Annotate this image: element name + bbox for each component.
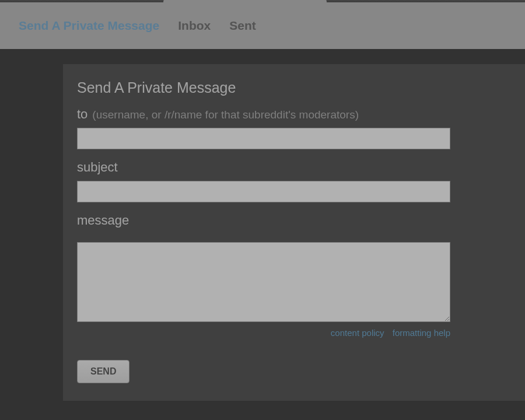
- tab-send-private-message[interactable]: Send A Private Message: [19, 19, 159, 33]
- field-subject: subject: [77, 160, 511, 202]
- subject-input[interactable]: [77, 181, 450, 202]
- send-button[interactable]: SEND: [77, 360, 130, 383]
- label-message: message: [77, 213, 511, 228]
- content-policy-link[interactable]: content policy: [331, 328, 384, 338]
- browser-tab-strip: [0, 0, 525, 2]
- label-subject: subject: [77, 160, 511, 175]
- field-message: message content policy formatting help: [77, 213, 511, 338]
- field-to: to (username, or /r/name for that subred…: [77, 107, 511, 149]
- label-to-text: to: [77, 107, 88, 122]
- content-wrapper: Send A Private Message to (username, or …: [0, 49, 525, 401]
- form-title: Send A Private Message: [77, 79, 511, 96]
- to-input[interactable]: [77, 128, 450, 149]
- label-to: to (username, or /r/name for that subred…: [77, 107, 511, 122]
- help-links: content policy formatting help: [77, 328, 450, 338]
- formatting-help-link[interactable]: formatting help: [393, 328, 450, 338]
- nav-header: Send A Private Message Inbox Sent: [0, 2, 525, 49]
- tab-inbox[interactable]: Inbox: [178, 19, 211, 33]
- label-to-hint: (username, or /r/name for that subreddit…: [92, 108, 359, 121]
- message-textarea[interactable]: [77, 242, 450, 322]
- tab-sent[interactable]: Sent: [229, 19, 256, 33]
- label-subject-text: subject: [77, 160, 118, 175]
- label-message-text: message: [77, 213, 129, 228]
- compose-panel: Send A Private Message to (username, or …: [63, 64, 525, 401]
